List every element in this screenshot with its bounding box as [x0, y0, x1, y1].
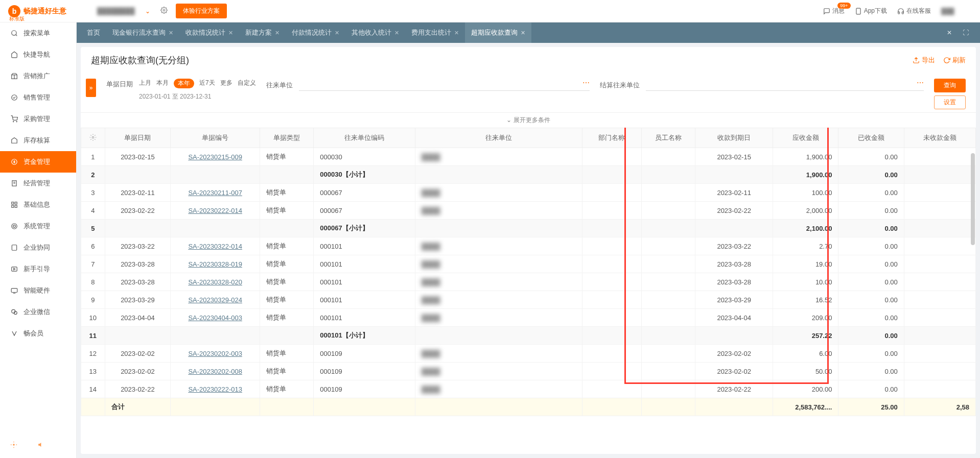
app-download-link[interactable]: App下载: [855, 7, 887, 15]
date-preset-0[interactable]: 上月: [139, 79, 151, 88]
query-button[interactable]: 查询: [934, 79, 966, 92]
export-button[interactable]: 导出: [913, 56, 935, 65]
doc-link[interactable]: SA-20230328-020: [188, 278, 242, 286]
svg-point-17: [12, 224, 17, 229]
doc-link[interactable]: SA-20230202-008: [188, 368, 242, 375]
search-icon: [10, 29, 18, 37]
col-header-4: 往来单位编码: [314, 128, 415, 148]
company-name-blurred[interactable]: ████████: [97, 7, 135, 15]
tab-2[interactable]: 收款情况统计✕: [179, 22, 239, 43]
partner-input[interactable]: ⋯: [299, 79, 590, 91]
fullscreen-icon[interactable]: ⛶: [960, 27, 972, 39]
tab-4[interactable]: 付款情况统计✕: [286, 22, 345, 43]
table-row: 132023-02-02SA-20230202-008销货单000109████…: [81, 363, 976, 380]
chevron-down-icon[interactable]: ⌄: [145, 8, 150, 15]
partner-more-icon[interactable]: ⋯: [582, 79, 590, 87]
svg-rect-16: [15, 205, 17, 207]
sidebar-item-label: 畅会员: [24, 329, 43, 338]
svg-rect-20: [12, 267, 17, 271]
vertical-scrollbar[interactable]: [971, 153, 975, 245]
sidebar-item-label: 营销推广: [24, 71, 50, 81]
doc-link[interactable]: SA-20230222-013: [188, 385, 242, 393]
table-row: 2000030【小计】1,900.000.00: [81, 166, 976, 184]
doc-link[interactable]: SA-20230322-014: [188, 243, 242, 250]
sidebar-item-label: 采购管理: [24, 114, 50, 124]
sidebar-item-grid[interactable]: 基础信息: [0, 194, 76, 215]
sidebar-settings-icon[interactable]: [10, 441, 17, 450]
doc-link[interactable]: SA-20230328-019: [188, 260, 242, 268]
total-rcv: 25.00: [838, 398, 904, 416]
svg-rect-13: [12, 202, 14, 204]
tab-5[interactable]: 其他收入统计✕: [345, 22, 405, 43]
sidebar-item-gift[interactable]: 营销推广: [0, 65, 76, 87]
online-service-label: 在线客服: [906, 7, 931, 15]
date-preset-1[interactable]: 本月: [156, 79, 169, 88]
date-preset-5[interactable]: 自定义: [238, 79, 256, 88]
sidebar-item-label: 经营管理: [24, 179, 50, 188]
sidebar-item-home[interactable]: 快捷导航: [0, 44, 76, 65]
tab-label: 费用支出统计: [411, 28, 451, 37]
sidebar-item-tv[interactable]: 智能硬件: [0, 280, 76, 301]
date-preset-2[interactable]: 本年: [174, 79, 194, 88]
close-icon[interactable]: ✕: [228, 30, 233, 36]
sidebar-item-ring[interactable]: 系统管理: [0, 215, 76, 237]
total-row: 合计 2,583,762.... 25.00 2,58: [81, 398, 976, 416]
col-header-10: 已收金额: [838, 128, 904, 148]
close-icon[interactable]: ✕: [169, 30, 173, 36]
svg-rect-22: [11, 288, 17, 293]
online-service-link[interactable]: 在线客服: [897, 7, 931, 15]
settings-button[interactable]: 设置: [934, 95, 966, 109]
refresh-button[interactable]: 刷新: [943, 56, 966, 65]
sidebar-item-v[interactable]: 畅会员: [0, 323, 76, 344]
sidebar-sound-icon[interactable]: [38, 441, 45, 450]
sidebar-item-house[interactable]: 库存核算: [0, 130, 76, 151]
doc-link[interactable]: SA-20230215-009: [188, 153, 242, 161]
user-avatar-blurred[interactable]: ███: [941, 8, 972, 15]
close-icon[interactable]: ✕: [521, 30, 525, 36]
svg-line-4: [16, 35, 17, 36]
doc-link[interactable]: SA-20230211-007: [188, 189, 242, 197]
page-panel: 超期应收款查询(无分组) 导出 刷新 » 单据日期: [81, 47, 976, 454]
sidebar-item-badge[interactable]: 销售管理: [0, 87, 76, 108]
doc-link[interactable]: SA-20230329-024: [188, 296, 242, 304]
v-icon: [10, 329, 18, 338]
messages-link[interactable]: 消息 99+: [823, 7, 845, 15]
close-icon[interactable]: ✕: [335, 30, 339, 36]
data-table: 单据日期单据编号单据类型往来单位编码往来单位部门名称员工名称收款到期日应收金额已…: [81, 128, 976, 416]
sidebar-item-wechat[interactable]: 企业微信: [0, 301, 76, 323]
close-icon[interactable]: ✕: [394, 30, 399, 36]
close-icon[interactable]: ✕: [275, 30, 279, 36]
table-row: 102023-04-04SA-20230404-003销货单000101████…: [81, 309, 976, 327]
sidebar-item-doc[interactable]: 经营管理: [0, 173, 76, 194]
expand-conditions-button[interactable]: ⌄ 展开更多条件: [81, 112, 976, 128]
tab-1[interactable]: 现金银行流水查询✕: [106, 22, 179, 43]
sidebar-item-play[interactable]: 新手引导: [0, 258, 76, 280]
tab-7[interactable]: 超期应收款查询✕: [465, 22, 531, 43]
close-all-tabs-icon[interactable]: ✕: [943, 27, 955, 39]
message-icon: [823, 8, 830, 15]
settle-partner-more-icon[interactable]: ⋯: [917, 79, 924, 87]
sidebar-item-search[interactable]: 搜索菜单: [0, 22, 76, 44]
settle-partner-input[interactable]: ⋯: [646, 79, 924, 91]
date-preset-4[interactable]: 更多: [220, 79, 232, 88]
table-row: 82023-03-28SA-20230328-020销货单000101████2…: [81, 273, 976, 291]
sidebar-item-cart[interactable]: 采购管理: [0, 108, 76, 130]
logo-text: 畅捷通好生意: [24, 7, 66, 16]
experience-plan-button[interactable]: 体验行业方案: [176, 4, 227, 18]
table-row: 12023-02-15SA-20230215-009销货单000030████2…: [81, 148, 976, 166]
sidebar-item-label: 基础信息: [24, 200, 50, 209]
date-preset-3[interactable]: 近7天: [199, 79, 215, 88]
tab-3[interactable]: 新建方案✕: [239, 22, 286, 43]
sidebar-item-coin[interactable]: 资金管理: [0, 151, 76, 173]
gear-icon[interactable]: [89, 134, 97, 141]
close-icon[interactable]: ✕: [454, 30, 459, 36]
doc-link[interactable]: SA-20230404-003: [188, 314, 242, 322]
home-icon: [10, 51, 18, 59]
tab-6[interactable]: 费用支出统计✕: [405, 22, 465, 43]
sidebar-item-tablet[interactable]: 企业协同: [0, 237, 76, 258]
doc-link[interactable]: SA-20230202-003: [188, 350, 242, 357]
collapse-filter-button[interactable]: »: [86, 79, 96, 97]
tab-0[interactable]: 首页: [81, 22, 106, 43]
doc-link[interactable]: SA-20230222-014: [188, 207, 242, 214]
gear-icon[interactable]: [160, 7, 168, 15]
